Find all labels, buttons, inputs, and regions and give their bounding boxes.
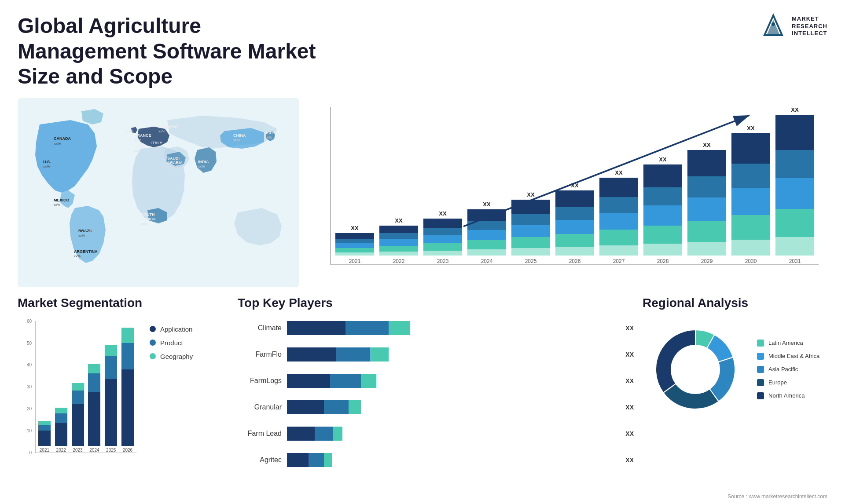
bar-segment <box>379 226 418 233</box>
bar-segment <box>555 247 594 256</box>
bar-value: XX <box>351 225 358 231</box>
svg-text:MEXICO: MEXICO <box>54 198 70 202</box>
bar-segment <box>731 188 770 215</box>
key-players-section: Top Key Players ClimateXXFarmFloXXFarmLo… <box>238 296 634 504</box>
svg-text:xx%: xx% <box>135 149 141 153</box>
bar-segment <box>775 115 814 150</box>
seg-bar-group: 2026 <box>121 328 134 453</box>
player-bar-seg2 <box>315 427 333 441</box>
legend-label: Geography <box>160 353 193 360</box>
bar-chart-bars: XX2021XX2022XX2023XX2024XX2025XX2026XX20… <box>330 107 819 265</box>
regional-title: Regional Analysis <box>643 296 827 310</box>
bar-segment <box>643 205 682 225</box>
seg-y-label: 10 <box>27 428 32 433</box>
bar-group: XX2023 <box>423 210 462 264</box>
svg-text:xx%: xx% <box>151 146 158 150</box>
seg-y-label: 30 <box>27 384 32 389</box>
page-title: Global Agriculture Management Software M… <box>18 13 326 89</box>
bar-segment <box>555 190 594 207</box>
svg-text:xx%: xx% <box>54 142 61 146</box>
bar-group: XX2024 <box>467 201 506 264</box>
seg-bar-seg <box>55 413 67 423</box>
player-bar-seg3 <box>361 374 376 388</box>
bar-segment <box>423 243 462 251</box>
bar-segment <box>555 220 594 234</box>
svg-text:ITALY: ITALY <box>151 141 162 145</box>
bar-stack <box>379 226 418 255</box>
seg-bar-group: 2025 <box>104 345 118 453</box>
bar-segment <box>511 214 550 225</box>
segmentation-title: Market Segmentation <box>18 296 229 310</box>
player-name: Agritec <box>238 456 282 464</box>
bar-value: XX <box>791 106 798 113</box>
seg-year-label: 2021 <box>40 448 49 453</box>
bar-stack <box>423 219 462 256</box>
player-bar-seg3 <box>389 321 410 335</box>
seg-bar-seg <box>55 408 67 413</box>
player-bar-seg3 <box>370 347 389 362</box>
bar-value: XX <box>571 182 578 189</box>
bar-segment <box>599 197 638 212</box>
bar-segment <box>423 228 462 235</box>
bar-segment <box>731 240 770 256</box>
bar-segment <box>467 230 506 240</box>
seg-bar-seg <box>88 364 100 373</box>
svg-text:FRANCE: FRANCE <box>135 133 151 138</box>
player-bar-seg1 <box>287 453 309 467</box>
bar-group: XX2026 <box>555 182 594 264</box>
bar-segment <box>775 178 814 209</box>
svg-text:xx%: xx% <box>74 254 81 258</box>
player-value: XX <box>625 430 634 437</box>
bar-stack <box>335 233 374 256</box>
bar-value: XX <box>439 210 446 217</box>
bar-segment <box>379 246 418 252</box>
bottom-area: Market Segmentation 6050403020100 202120… <box>0 287 845 504</box>
seg-bar-group: 2022 <box>55 408 68 453</box>
bar-segment <box>335 248 374 252</box>
player-bar-seg2 <box>324 400 349 414</box>
donut-segment <box>663 383 719 409</box>
key-players-title: Top Key Players <box>238 296 634 310</box>
player-bar-container <box>287 321 617 335</box>
player-bar-container <box>287 427 617 441</box>
bar-stack <box>555 190 594 255</box>
player-bar-seg2 <box>330 374 361 388</box>
bar-stack <box>643 164 682 255</box>
seg-bar-seg <box>72 383 84 391</box>
seg-stack <box>105 345 117 446</box>
bar-segment <box>423 251 462 256</box>
player-value: XX <box>625 351 634 358</box>
player-name: Granular <box>238 403 282 411</box>
bar-value: XX <box>395 217 402 224</box>
legend-dot <box>150 340 156 346</box>
bar-stack <box>467 209 506 256</box>
donut-legend-label: Middle East & Africa <box>768 353 819 359</box>
bar-group: XX2028 <box>643 156 682 264</box>
svg-text:xx%: xx% <box>43 164 50 168</box>
seg-bars: 202120222023202420252026 <box>35 321 136 453</box>
seg-bar-group: 2024 <box>88 364 101 452</box>
legend-label: Application <box>160 325 192 333</box>
svg-text:SPAIN: SPAIN <box>135 144 147 148</box>
seg-y-label: 60 <box>27 319 32 324</box>
svg-text:ARABIA: ARABIA <box>167 161 183 165</box>
player-value: XX <box>625 404 634 411</box>
donut-segment <box>656 330 695 393</box>
seg-bar-seg <box>121 369 134 446</box>
svg-text:xx%: xx% <box>54 203 60 207</box>
bar-segment <box>511 225 550 237</box>
player-row: Farm LeadXX <box>238 427 634 441</box>
bar-group: XX2030 <box>731 125 770 264</box>
bar-year-label: 2024 <box>481 258 493 264</box>
svg-text:GERMANY: GERMANY <box>158 124 179 129</box>
bar-segment <box>511 200 550 214</box>
svg-text:xx%: xx% <box>167 165 174 169</box>
seg-stack <box>38 421 51 446</box>
donut-chart <box>643 317 748 422</box>
svg-text:AFRICA: AFRICA <box>141 217 156 221</box>
donut-legend-label: Asia Pacific <box>768 366 798 373</box>
svg-text:xx%: xx% <box>127 129 133 133</box>
donut-legend-item: North America <box>757 392 819 399</box>
seg-legend-item: Application <box>150 325 193 333</box>
header: Global Agriculture Management Software M… <box>0 0 845 98</box>
